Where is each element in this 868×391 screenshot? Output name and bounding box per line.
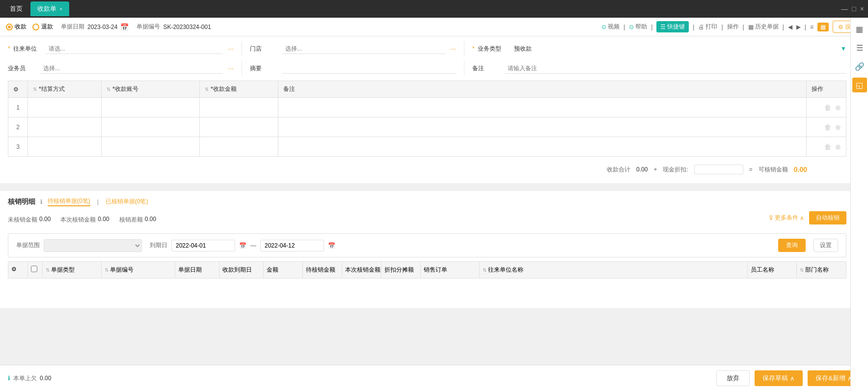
divider6: | (783, 24, 784, 30)
calendar-icon[interactable]: 📅 (120, 23, 129, 31)
bth-doc-num: ⇅ 单据编号 (102, 262, 175, 278)
print-link[interactable]: 🖨 打印 (698, 23, 717, 31)
divider4: | (721, 24, 723, 30)
nav-right[interactable]: ▶ (796, 24, 801, 30)
row1-delete-icon[interactable]: 🗑 (824, 104, 831, 112)
row1-actions: 🗑 ⊕ (807, 98, 846, 117)
auto-verify-button[interactable]: 自动核销 (809, 211, 846, 224)
verify-info-icon[interactable]: ℹ (40, 198, 43, 205)
help-link[interactable]: ⊙ 帮助 (629, 23, 647, 31)
dropdown-icon[interactable]: ▼ (841, 45, 846, 52)
row3-amount[interactable] (200, 137, 278, 156)
bth-checkbox[interactable] (28, 262, 43, 278)
bth-partner: ⇅ 往来单位名称 (480, 262, 748, 278)
operation-link[interactable]: 操作 (727, 23, 739, 31)
settings-small-button[interactable]: 设置 (814, 239, 838, 252)
row1-copy-icon[interactable]: ⊕ (835, 104, 841, 112)
sort-doc-num[interactable]: ⇅ (105, 267, 108, 273)
th-remark-label: 备注 (283, 85, 295, 93)
shop-more-icon[interactable]: ··· (450, 45, 456, 53)
tab-active[interactable]: 收款单 × (30, 1, 69, 16)
row2-copy-icon[interactable]: ⊕ (835, 123, 841, 131)
range-select[interactable] (44, 239, 142, 252)
unchecked-stat: 未核销金额 0.00 (8, 216, 51, 224)
video-link[interactable]: ⊙ 视频 (601, 23, 620, 31)
sort-partner[interactable]: ⇅ (483, 267, 487, 273)
staff-input[interactable] (40, 63, 223, 74)
query-button[interactable]: 查询 (778, 239, 806, 252)
row2-delete-icon[interactable]: 🗑 (824, 123, 831, 131)
discount-input[interactable] (694, 165, 743, 174)
summary-input[interactable] (282, 63, 456, 74)
sidebar-table-icon[interactable]: ▦ (852, 22, 867, 36)
sort-amount[interactable]: ⇅ (205, 86, 209, 92)
operation-label: 操作 (727, 23, 739, 31)
card-view[interactable]: ▦ (817, 23, 829, 31)
shortcut-icon: ☰ (660, 24, 666, 30)
row1-settlement[interactable] (28, 98, 102, 117)
tab-home[interactable]: 首页 (4, 1, 28, 16)
tab-close-icon[interactable]: × (59, 6, 62, 12)
row3-copy-icon[interactable]: ⊕ (835, 143, 841, 151)
list-view[interactable]: ≡ (810, 24, 814, 30)
verify-title-text: 核销明细 (8, 197, 35, 206)
cal-from-icon[interactable]: 📅 (239, 242, 246, 249)
sort-doc-type[interactable]: ⇅ (46, 267, 50, 273)
total-label: 收款合计 (607, 166, 630, 174)
total-value: 0.00 (636, 166, 648, 173)
sidebar-expand-icon[interactable]: ◱ (852, 78, 867, 92)
current-value: 0.00 (98, 216, 109, 224)
radio-refund-dot (32, 24, 39, 30)
nav-left[interactable]: ◀ (788, 24, 792, 30)
th-gear[interactable]: ⚙ (8, 81, 28, 97)
row1-remark[interactable] (278, 98, 807, 117)
row3-remark[interactable] (278, 137, 807, 156)
sort-settlement[interactable]: ⇅ (33, 86, 37, 92)
sort-dept[interactable]: ⇅ (800, 267, 804, 273)
shop-input[interactable] (282, 44, 445, 54)
window-close[interactable]: × (860, 5, 864, 13)
sidebar-link-icon[interactable]: 🔗 (852, 59, 867, 74)
sort-account[interactable]: ⇅ (107, 86, 110, 92)
radio-receipt[interactable]: 收款 (6, 23, 27, 31)
row2-account[interactable] (102, 117, 200, 137)
select-all-checkbox[interactable] (31, 266, 37, 272)
date-to-input[interactable] (260, 240, 324, 251)
cal-to-icon[interactable]: 📅 (328, 242, 335, 249)
partner-input[interactable] (46, 44, 223, 54)
row3-account[interactable] (102, 137, 200, 156)
row3-delete-icon[interactable]: 🗑 (824, 143, 831, 151)
window-minimize[interactable]: — (841, 5, 848, 13)
summary-field: 摘要 (250, 63, 456, 74)
row2-settlement[interactable] (28, 117, 102, 137)
remark-input[interactable] (505, 63, 846, 74)
row1-account[interactable] (102, 98, 200, 117)
row2-amount[interactable] (200, 117, 278, 137)
tab-pending[interactable]: 待核销单据(0笔) (48, 197, 90, 206)
equals-sign: = (749, 166, 753, 173)
business-type-field: * 业务类型 预收款 ▼ (472, 45, 846, 53)
radio-refund-label: 退款 (41, 23, 53, 31)
sidebar-list-icon[interactable]: ☰ (852, 40, 867, 55)
radio-refund[interactable]: 退款 (32, 23, 53, 31)
staff-label: 业务员 (8, 64, 37, 73)
staff-more-icon[interactable]: ··· (228, 64, 234, 72)
divider5: | (743, 24, 744, 30)
tab-done[interactable]: 已核销单据(0笔) (106, 197, 148, 206)
partner-more-icon[interactable]: ··· (228, 45, 234, 53)
row2-remark[interactable] (278, 117, 807, 137)
bth-gear[interactable]: ⚙ (8, 262, 28, 278)
payment-table: ⚙ ⇅ *结算方式 ⇅ *收款账号 ⇅ *收款金额 备注 操作 1 (8, 81, 846, 157)
date-from-input[interactable] (171, 240, 235, 251)
row3-settlement[interactable] (28, 137, 102, 156)
shortcut-button[interactable]: ☰ 快捷键 (656, 21, 689, 32)
filter-icon: ⊽ (769, 215, 773, 222)
row1-amount[interactable] (200, 98, 278, 117)
table-header: ⚙ ⇅ *结算方式 ⇅ *收款账号 ⇅ *收款金额 备注 操作 (8, 81, 846, 98)
window-maximize[interactable]: □ (852, 5, 856, 13)
history-link[interactable]: ▦ 历史单据 (748, 23, 779, 31)
print-label: 打印 (705, 23, 717, 31)
bth-doc-type: ⇅ 单据类型 (43, 262, 102, 278)
th-amount-label: *收款金额 (211, 85, 237, 93)
more-conditions-link[interactable]: ⊽ 更多条件 ∧ (769, 214, 804, 222)
